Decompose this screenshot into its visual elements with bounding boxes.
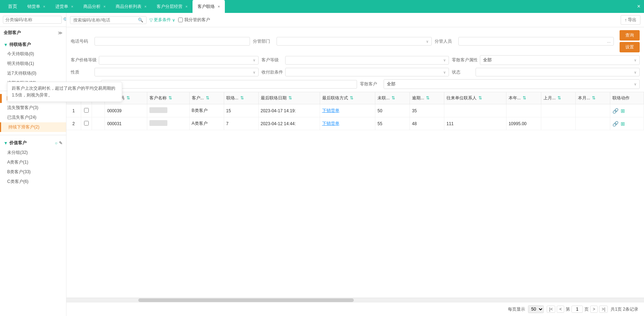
sidebar-item-churn-warning[interactable]: 流失预警客户(3) (0, 103, 66, 113)
status-select[interactable]: ∨ (476, 68, 640, 76)
action-link-icon-1[interactable]: 🔗 (612, 108, 618, 114)
close-customer-tier-tab[interactable]: × (185, 4, 187, 9)
last-page-btn[interactable]: >| (599, 306, 608, 313)
th-action: 联络动作 (610, 92, 644, 104)
sidebar-item-today[interactable]: 今天待联络(0) (0, 49, 66, 59)
page-navigation: |< < 第 页 > >| (547, 306, 608, 313)
phone-input[interactable] (98, 39, 247, 44)
filter-row-3: 性质 ∨ 收付款条件 ∨ 状态 (71, 68, 640, 76)
close-customer-contact-tab[interactable]: × (218, 4, 220, 9)
last-way-link-2[interactable]: 下销货单 (322, 121, 339, 126)
status-input[interactable] (479, 70, 634, 75)
th-name[interactable]: 客户名称 ⇅ (147, 92, 189, 104)
name-sort-icon: ⇅ (168, 95, 172, 100)
person-input[interactable] (462, 39, 607, 44)
sidebar-item-b-class[interactable]: B类客户(33) (0, 167, 66, 177)
sidebar-item-ungrouped[interactable]: 未分组(32) (0, 148, 66, 157)
th-this-year[interactable]: 本年... ⇅ (506, 92, 541, 104)
sidebar-item-declining[interactable]: 持续下滑客户(2) (0, 122, 66, 132)
value-customer-edit1[interactable]: ○ (55, 141, 57, 146)
cell-last-way-2[interactable]: 下销货单 (320, 117, 375, 130)
per-page-select[interactable]: 50 (528, 305, 544, 313)
search-input[interactable] (73, 18, 138, 23)
value-customer-edit2[interactable]: ✎ (59, 141, 62, 146)
next-page-btn[interactable]: > (590, 306, 598, 313)
cell-last-way-1[interactable]: 下销货单 (320, 104, 375, 117)
value-customer-label: 价值客户 (9, 140, 27, 146)
th-contact[interactable]: 联络... ⇅ (224, 92, 258, 104)
settings-btn[interactable]: 设置 (620, 42, 640, 52)
value-customer-group[interactable]: ▼ 价值客户 ○ ✎ (0, 138, 66, 148)
my-customers-checkbox[interactable] (178, 18, 183, 22)
action-link-icon-2[interactable]: 🔗 (612, 121, 618, 127)
this-month-sort-icon: ⇅ (592, 95, 596, 100)
th-this-month[interactable]: 本月... ⇅ (576, 92, 610, 104)
nav-purchase[interactable]: 进货单 × (50, 0, 78, 13)
sidebar-search-input[interactable] (3, 16, 62, 24)
more-conditions-btn[interactable]: ▽ 更多条件 ∨ (149, 17, 175, 23)
nav-customer-contact[interactable]: 客户联络 × (193, 0, 225, 13)
customer-type-input[interactable] (104, 82, 354, 87)
sidebar-item-churned[interactable]: 已流失客户(24) (0, 113, 66, 122)
price-level-select[interactable]: ∨ (99, 56, 259, 65)
th-unit-contact[interactable]: 往来单位联系人 ⇅ (444, 92, 506, 104)
close-purchase-tab[interactable]: × (71, 4, 73, 9)
th-type[interactable]: 客户... ⇅ (189, 92, 224, 104)
query-btn[interactable]: 查询 (620, 30, 640, 41)
close-product-analysis-tab[interactable]: × (103, 4, 106, 9)
th-this-year-label: 本年... (509, 95, 521, 100)
pay-condition-input[interactable] (288, 70, 444, 75)
th-unread[interactable]: 未联... ⇅ (375, 92, 409, 104)
search-icon[interactable]: 🔍 (138, 18, 143, 23)
nav-sales[interactable]: 销货单 × (22, 0, 50, 13)
prev-page-btn[interactable]: < (557, 306, 564, 313)
sidebar-search-icon[interactable]: 🔍 (63, 17, 66, 22)
sidebar-item-7days[interactable]: 近7天待联络(0) (0, 69, 66, 78)
th-overdue[interactable]: 逾期... ⇅ (409, 92, 444, 104)
retail-select[interactable]: 全部 ∨ (384, 79, 640, 89)
retail-attr-select[interactable]: 全部 ∨ (480, 55, 640, 65)
horizontal-scroll-bar[interactable] (66, 298, 644, 302)
person-select[interactable]: ... (458, 37, 614, 46)
row-checkbox-2[interactable] (84, 121, 89, 126)
nav-customer-tier[interactable]: 客户分层经营 × (152, 0, 193, 13)
dept-input[interactable] (280, 39, 426, 44)
nav-product-analysis[interactable]: 商品分析 × (78, 0, 111, 13)
gender-input[interactable] (98, 70, 253, 75)
window-close-btn[interactable]: × (637, 3, 640, 10)
unread-sort-icon: ⇅ (392, 95, 395, 100)
th-last-month[interactable]: 上月... ⇅ (541, 92, 576, 104)
last-way-link-1[interactable]: 下销货单 (322, 108, 339, 113)
pay-condition-field: 收付款条件 ∨ (261, 68, 449, 76)
th-last-date[interactable]: 最后联络日期 ⇅ (258, 92, 320, 104)
sidebar-item-c-class[interactable]: C类客户(6) (0, 177, 66, 187)
row-checkbox-1[interactable] (84, 108, 89, 113)
page-input[interactable] (571, 306, 583, 313)
close-sales-tab[interactable]: × (43, 4, 45, 9)
action-grid-icon-1[interactable]: ⊞ (621, 108, 625, 114)
price-level-input[interactable] (102, 58, 253, 63)
th-last-way[interactable]: 最后联络方式 ⇅ (320, 92, 375, 104)
dept-select[interactable]: ∨ (277, 37, 432, 46)
phone-select[interactable] (94, 37, 250, 46)
close-product-list-tab[interactable]: × (144, 4, 147, 9)
pending-contact-group[interactable]: ▼ 待联络客户 (0, 40, 66, 49)
sidebar-collapse-btn[interactable]: ≫ (58, 30, 62, 36)
cell-check-2[interactable] (81, 117, 92, 130)
customer-level-label: 客户等级 (261, 57, 283, 63)
cell-unit-contact-1 (444, 104, 506, 117)
action-grid-icon-2[interactable]: ⊞ (621, 121, 625, 127)
nav-product-list[interactable]: 商品分析列表 × (111, 0, 152, 13)
export-btn[interactable]: ↑ 导出 (621, 15, 640, 25)
nav-home[interactable]: 首页 (3, 0, 22, 13)
pay-condition-select[interactable]: ∨ (285, 68, 449, 76)
first-page-btn[interactable]: |< (547, 306, 555, 313)
customer-type-select[interactable] (101, 80, 357, 89)
customer-level-select[interactable]: ∨ (285, 56, 449, 65)
sidebar-item-tomorrow[interactable]: 明天待联络(1) (0, 59, 66, 69)
cell-check-1[interactable] (81, 104, 92, 117)
customer-level-input[interactable] (288, 58, 444, 63)
scroll-thumb[interactable] (138, 298, 354, 302)
sidebar-item-a-class[interactable]: A类客户(1) (0, 157, 66, 167)
gender-select[interactable]: ∨ (94, 68, 259, 76)
